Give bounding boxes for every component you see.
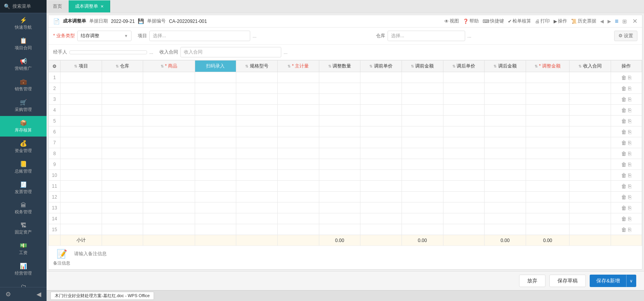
table-cell[interactable]: [102, 148, 143, 159]
table-cell[interactable]: [319, 170, 360, 181]
table-cell[interactable]: [195, 224, 236, 235]
sidebar-item-inventory-calc[interactable]: 📦 库存核算: [0, 116, 47, 137]
table-cell[interactable]: [402, 181, 443, 192]
table-cell[interactable]: [360, 72, 402, 83]
table-cell[interactable]: [526, 83, 569, 94]
table-cell[interactable]: [143, 148, 195, 159]
table-cell[interactable]: [102, 105, 143, 116]
table-cell[interactable]: [277, 181, 319, 192]
table-cell[interactable]: [319, 192, 360, 202]
table-cell[interactable]: [443, 72, 485, 83]
table-cell[interactable]: [61, 159, 102, 170]
table-cell[interactable]: [485, 202, 526, 213]
table-cell[interactable]: [319, 224, 360, 235]
table-cell[interactable]: [485, 105, 526, 116]
delete-icon[interactable]: 🗑: [621, 227, 627, 233]
table-cell[interactable]: [61, 126, 102, 137]
sidebar-item-basic-info[interactable]: 🗂 基础信息: [0, 280, 47, 287]
delete-icon[interactable]: 🗑: [621, 129, 627, 135]
table-cell[interactable]: [236, 170, 278, 181]
save-new-arrow-btn[interactable]: ∨: [626, 275, 636, 287]
table-cell[interactable]: [102, 202, 143, 213]
table-cell[interactable]: [319, 148, 360, 159]
delete-icon[interactable]: 🗑: [621, 140, 627, 146]
table-cell[interactable]: [61, 72, 102, 83]
table-cell[interactable]: [236, 159, 278, 170]
table-cell[interactable]: [195, 72, 236, 83]
table-cell[interactable]: [143, 224, 195, 235]
table-cell[interactable]: [277, 83, 319, 94]
table-cell[interactable]: [236, 83, 278, 94]
table-cell[interactable]: [61, 148, 102, 159]
sidebar-item-fixed-assets[interactable]: 🏗 固定资产: [0, 218, 47, 239]
table-cell[interactable]: [485, 170, 526, 181]
table-cell[interactable]: [277, 116, 319, 126]
table-cell[interactable]: [570, 192, 611, 202]
table-cell[interactable]: [402, 224, 443, 235]
table-cell[interactable]: [236, 224, 278, 235]
table-cell[interactable]: [102, 126, 143, 137]
help-action[interactable]: ❓ 帮助: [463, 18, 479, 24]
table-cell[interactable]: [402, 192, 443, 202]
table-cell[interactable]: [319, 213, 360, 224]
table-cell[interactable]: [143, 83, 195, 94]
table-cell[interactable]: [236, 137, 278, 148]
table-cell[interactable]: [236, 105, 278, 116]
copy-icon[interactable]: ⎘: [628, 96, 631, 102]
delete-icon[interactable]: 🗑: [621, 216, 627, 222]
table-cell[interactable]: [236, 126, 278, 137]
delete-icon[interactable]: 🗑: [621, 74, 627, 81]
table-cell[interactable]: [485, 213, 526, 224]
col-unit[interactable]: ⇅ * 主计量: [277, 61, 319, 72]
sidebar-item-project-contract[interactable]: 📋 项目合同: [0, 34, 47, 54]
delete-icon[interactable]: 🗑: [621, 118, 627, 124]
project-input[interactable]: 选择...: [149, 31, 250, 41]
table-cell[interactable]: [195, 213, 236, 224]
table-cell[interactable]: [526, 137, 569, 148]
table-cell[interactable]: [143, 116, 195, 126]
shortcut-action[interactable]: ⌨ 快捷键: [483, 18, 504, 24]
col-scan-input[interactable]: 扫码录入: [195, 61, 236, 72]
table-cell[interactable]: [360, 83, 402, 94]
table-cell[interactable]: [360, 94, 402, 105]
table-cell[interactable]: [443, 181, 485, 192]
table-cell[interactable]: [102, 224, 143, 235]
copy-icon[interactable]: ⎘: [628, 140, 631, 146]
table-cell[interactable]: [277, 159, 319, 170]
table-cell[interactable]: [236, 72, 278, 83]
table-cell[interactable]: [570, 137, 611, 148]
table-cell[interactable]: [570, 213, 611, 224]
table-cell[interactable]: [402, 159, 443, 170]
discard-button[interactable]: 放弃: [519, 275, 545, 287]
table-cell[interactable]: [570, 105, 611, 116]
table-cell[interactable]: [277, 126, 319, 137]
col-spec[interactable]: ⇅ 规格型号: [236, 61, 278, 72]
table-cell[interactable]: [402, 72, 443, 83]
table-cell[interactable]: [360, 116, 402, 126]
table-cell[interactable]: [526, 192, 569, 202]
table-cell[interactable]: [277, 224, 319, 235]
table-cell[interactable]: [443, 105, 485, 116]
table-cell[interactable]: [570, 94, 611, 105]
table-cell[interactable]: [485, 137, 526, 148]
sidebar-search[interactable]: 🔍 搜索菜单: [0, 0, 47, 13]
col-warehouse[interactable]: ⇅ 仓库: [102, 61, 143, 72]
nav-prev[interactable]: ◀: [600, 19, 604, 24]
table-cell[interactable]: [236, 181, 278, 192]
col-post-price[interactable]: ⇅ 调后单价: [443, 61, 485, 72]
sidebar-item-sales-mgmt[interactable]: 💼 销售管理: [0, 75, 47, 95]
table-cell[interactable]: [485, 72, 526, 83]
table-cell[interactable]: [485, 116, 526, 126]
view-list2-btn[interactable]: ⊞: [622, 18, 627, 24]
save-new-main-btn[interactable]: 保存&新增: [590, 275, 626, 287]
table-cell[interactable]: [443, 137, 485, 148]
table-cell[interactable]: [485, 148, 526, 159]
table-cell[interactable]: [570, 181, 611, 192]
table-cell[interactable]: [402, 94, 443, 105]
col-settings[interactable]: ⚙: [49, 61, 61, 72]
sidebar-item-quick-nav[interactable]: ⚡ 快速导航: [0, 13, 47, 34]
table-cell[interactable]: [443, 192, 485, 202]
operation-action[interactable]: ▶ 操作: [554, 18, 567, 24]
table-cell[interactable]: [319, 202, 360, 213]
table-cell[interactable]: [526, 148, 569, 159]
